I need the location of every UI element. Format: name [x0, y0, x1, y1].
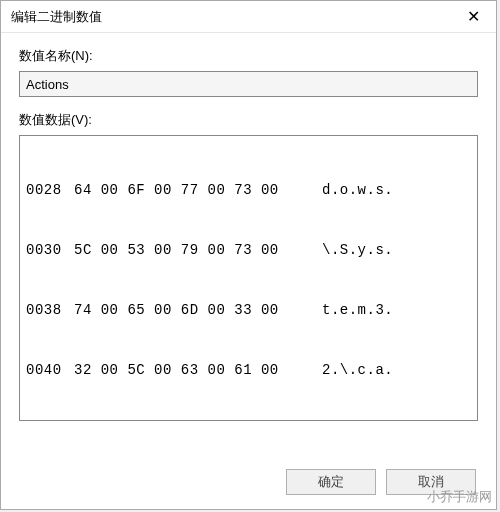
hex-editor[interactable]: 0028 64 00 6F 00 77 00 73 00 d.o.w.s. 00…: [19, 135, 478, 421]
button-row: 确定 取消: [286, 469, 476, 495]
hex-row: 0040 32 00 5C 00 63 00 61 00 2.\.c.a.: [26, 360, 471, 380]
titlebar: 编辑二进制数值 ✕: [1, 1, 496, 33]
hex-bytes: 32 00 5C 00 63 00 61 00: [74, 360, 314, 380]
close-icon: ✕: [467, 7, 480, 26]
hex-bytes: 74 00 65 00 6D 00 33 00: [74, 300, 314, 320]
value-name-label: 数值名称(N):: [19, 47, 478, 65]
hex-ascii: t.e.m.3.: [314, 300, 393, 320]
hex-ascii: 2.\.c.a.: [314, 360, 393, 380]
hex-ascii: d.o.w.s.: [314, 180, 393, 200]
hex-ascii: \.S.y.s.: [314, 240, 393, 260]
hex-offset: 0038: [26, 300, 74, 320]
ok-button[interactable]: 确定: [286, 469, 376, 495]
hex-offset: 0030: [26, 240, 74, 260]
hex-bytes: 6C 00 63 00 2E 00 65 00: [74, 420, 314, 421]
value-name-input[interactable]: [19, 71, 478, 97]
hex-row: 0038 74 00 65 00 6D 00 33 00 t.e.m.3.: [26, 300, 471, 320]
hex-bytes: 64 00 6F 00 77 00 73 00: [74, 180, 314, 200]
cancel-button[interactable]: 取消: [386, 469, 476, 495]
hex-row: 0028 64 00 6F 00 77 00 73 00 d.o.w.s.: [26, 180, 471, 200]
value-data-label: 数值数据(V):: [19, 111, 478, 129]
edit-binary-dialog: 编辑二进制数值 ✕ 数值名称(N): 数值数据(V): 0028 64 00 6…: [0, 0, 497, 510]
close-button[interactable]: ✕: [451, 1, 496, 33]
hex-row: 0048 6C 00 63 00 2E 00 65 00 l.c...e.: [26, 420, 471, 421]
hex-offset: 0048: [26, 420, 74, 421]
hex-offset: 0028: [26, 180, 74, 200]
hex-bytes: 5C 00 53 00 79 00 73 00: [74, 240, 314, 260]
hex-offset: 0040: [26, 360, 74, 380]
dialog-title: 编辑二进制数值: [11, 8, 102, 26]
dialog-content: 数值名称(N): 数值数据(V): 0028 64 00 6F 00 77 00…: [1, 33, 496, 431]
hex-ascii: l.c...e.: [314, 420, 393, 421]
hex-row: 0030 5C 00 53 00 79 00 73 00 \.S.y.s.: [26, 240, 471, 260]
